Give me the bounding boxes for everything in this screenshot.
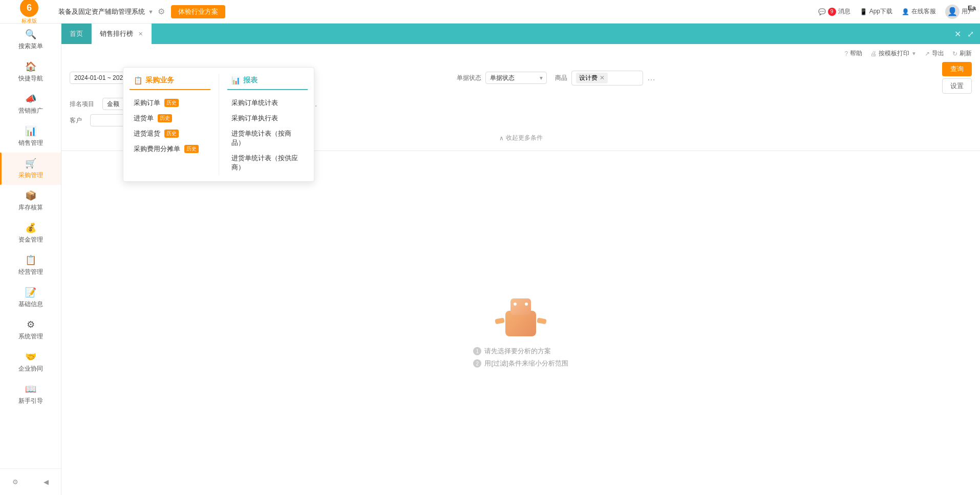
inventory-icon: 📦 xyxy=(25,190,36,201)
avatar: 👤 xyxy=(945,5,960,19)
sidebar-item-marketing[interactable]: 📣 营销推广 xyxy=(0,88,61,120)
menu-item-expense[interactable]: 采购费用分摊单 历史 xyxy=(130,141,210,157)
enterprise-icon: 🤝 xyxy=(25,351,36,362)
collapse-button[interactable]: ∧ 收起更多条件 xyxy=(499,131,543,145)
system-icon: ⚙ xyxy=(27,319,35,330)
sidebar-item-basic-info[interactable]: 📝 基础信息 xyxy=(0,282,61,314)
online-service-button[interactable]: 👤 在线客服 xyxy=(902,7,936,16)
export-icon: ↗ xyxy=(925,50,930,57)
sidebar-item-enterprise[interactable]: 🤝 企业协同 xyxy=(0,346,61,378)
message-icon: 💬 xyxy=(818,8,826,15)
sidebar: 🔍 搜索菜单 🏠 快捷导航 📣 营销推广 📊 销售管理 🛒 采购管理 📦 库存核… xyxy=(0,24,61,495)
operations-icon: 📋 xyxy=(25,254,36,266)
tab-sales-rank[interactable]: 销售排行榜 ✕ xyxy=(92,24,152,44)
query-button[interactable]: 查询 xyxy=(942,62,972,76)
chevron-down-icon: ▼ xyxy=(148,9,154,15)
sidebar-item-operations[interactable]: 📋 经营管理 xyxy=(0,249,61,282)
dot-icon-1: 1 xyxy=(473,347,481,355)
history-badge: 历史 xyxy=(164,99,179,107)
topbar: 6 标准版 装备及固定资产辅助管理系统 ▼ ⚙ 体验行业方案 💬 9 消息 📱 … xyxy=(0,0,980,24)
collapse-up-icon: ∧ xyxy=(499,135,504,142)
status-select[interactable]: 单据状态 xyxy=(485,72,547,84)
purchase-icon: 🛒 xyxy=(25,158,36,169)
tabbar: 首页 销售排行榜 ✕ ✕ ⤢ xyxy=(61,24,980,44)
empty-tip-1: 1 请先选择要分析的方案 xyxy=(473,347,568,356)
sidebar-item-capital[interactable]: 💰 资金管理 xyxy=(0,217,61,249)
export-button[interactable]: ↗ 导出 xyxy=(925,49,944,58)
active-indicator xyxy=(0,153,2,185)
sidebar-collapse-button[interactable]: ◀ xyxy=(38,473,54,491)
status-select-wrap: 单据状态 ▼ xyxy=(485,72,547,84)
menu-item-inbound-by-product[interactable]: 进货单统计表（按商品） xyxy=(227,126,308,150)
system-selector[interactable]: 装备及固定资产辅助管理系统 ▼ xyxy=(58,7,154,16)
history-badge-4: 历史 xyxy=(184,145,199,153)
sidebar-item-quick-nav[interactable]: 🏠 快捷导航 xyxy=(0,56,61,88)
sidebar-item-purchase[interactable]: 🛒 采购管理 xyxy=(0,153,61,185)
print-button[interactable]: 🖨 按模板打印 ▼ xyxy=(870,49,917,58)
sidebar-bottom: ⚙ ◀ xyxy=(0,468,61,495)
print-icon: 🖨 xyxy=(870,50,877,57)
collapse-icon: ◀ xyxy=(44,478,49,486)
system-name: 装备及固定资产辅助管理系统 xyxy=(58,7,145,16)
settings-button[interactable]: 设置 xyxy=(942,78,972,94)
rank-label: 排名项目 xyxy=(70,100,94,109)
empty-illustration xyxy=(490,275,551,336)
tab-home[interactable]: 首页 xyxy=(61,24,92,44)
history-badge-2: 历史 xyxy=(158,114,172,122)
menu-item-inbound-by-supplier[interactable]: 进货单统计表（按供应商） xyxy=(227,150,308,175)
guide-icon: 📖 xyxy=(25,383,36,395)
tab-close-icon[interactable]: ✕ xyxy=(138,31,143,37)
sidebar-settings-button[interactable]: ⚙ xyxy=(7,473,24,491)
home-icon: 🏠 xyxy=(25,61,36,72)
product-dots-button[interactable]: … xyxy=(647,73,655,82)
menu-item-return[interactable]: 进货退货 历史 xyxy=(130,126,210,141)
phone-icon: 📱 xyxy=(860,8,867,15)
sidebar-item-inventory[interactable]: 📦 库存核算 xyxy=(0,185,61,217)
gear-icon[interactable]: ⚙ xyxy=(158,7,165,16)
detection-text: Ea xyxy=(968,4,976,12)
expand-icon[interactable]: ⤢ xyxy=(965,27,976,41)
menu-item-order-stats[interactable]: 采购订单统计表 xyxy=(227,95,308,111)
main-layout: 🔍 搜索菜单 🏠 快捷导航 📣 营销推广 📊 销售管理 🛒 采购管理 📦 库存核… xyxy=(0,24,980,495)
purchase-dropdown-menu: 📋 采购业务 采购订单 历史 进货单 历史 进货退货 历史 采购费用分摊单 xyxy=(123,67,314,182)
help-button[interactable]: ? 帮助 xyxy=(844,49,862,58)
history-badge-3: 历史 xyxy=(164,130,179,138)
product-tag: 设计费 ✕ xyxy=(576,73,608,83)
logo: 6 标准版 xyxy=(6,0,52,25)
refresh-button[interactable]: ↻ 刷新 xyxy=(952,49,972,58)
sidebar-item-sales[interactable]: 📊 销售管理 xyxy=(0,120,61,153)
product-label: 商品 xyxy=(555,74,567,82)
menu-item-inbound[interactable]: 进货单 历史 xyxy=(130,111,210,126)
sidebar-item-guide[interactable]: 📖 新手引导 xyxy=(0,378,61,411)
dot-icon-2: 2 xyxy=(473,359,481,368)
empty-tips: 1 请先选择要分析的方案 2 用[过滤]条件来缩小分析范围 xyxy=(473,347,568,371)
status-label: 单据状态 xyxy=(457,74,481,82)
menu-item-purchase-order[interactable]: 采购订单 历史 xyxy=(130,95,210,111)
purchase-section-icon: 📋 xyxy=(134,76,142,84)
menu-divider xyxy=(219,74,219,175)
capital-icon: 💰 xyxy=(25,222,36,233)
topbar-right: 💬 9 消息 📱 App下载 👤 在线客服 👤 用户 Ea xyxy=(818,5,974,19)
industry-button[interactable]: 体验行业方案 xyxy=(171,5,225,18)
tag-close-icon[interactable]: ✕ xyxy=(600,74,605,81)
service-icon: 👤 xyxy=(902,8,909,15)
close-tab-icon[interactable]: ✕ xyxy=(952,27,963,41)
tabbar-actions: ✕ ⤢ xyxy=(952,27,980,41)
marketing-icon: 📣 xyxy=(25,93,36,104)
help-icon: ? xyxy=(844,50,848,57)
menu-item-order-execute[interactable]: 采购订单执行表 xyxy=(227,111,308,126)
settings-icon: ⚙ xyxy=(12,478,18,486)
sales-icon: 📊 xyxy=(25,125,36,137)
purchase-section-title: 📋 采购业务 xyxy=(130,74,210,90)
report-section-title: 📊 报表 xyxy=(227,74,308,90)
sidebar-item-system[interactable]: ⚙ 系统管理 xyxy=(0,314,61,346)
sidebar-item-search[interactable]: 🔍 搜索菜单 xyxy=(0,24,61,56)
basic-info-icon: 📝 xyxy=(25,287,36,298)
messages-button[interactable]: 💬 9 消息 xyxy=(818,7,850,16)
message-badge: 9 xyxy=(828,8,836,16)
empty-state: 1 请先选择要分析的方案 2 用[过滤]条件来缩小分析范围 xyxy=(61,151,980,495)
messages-label: 消息 xyxy=(838,7,850,16)
app-download-button[interactable]: 📱 App下载 xyxy=(860,7,892,16)
content-area: 首页 销售排行榜 ✕ ✕ ⤢ ? 帮助 🖨 按模板打印 xyxy=(61,24,980,495)
search-icon: 🔍 xyxy=(25,29,36,40)
